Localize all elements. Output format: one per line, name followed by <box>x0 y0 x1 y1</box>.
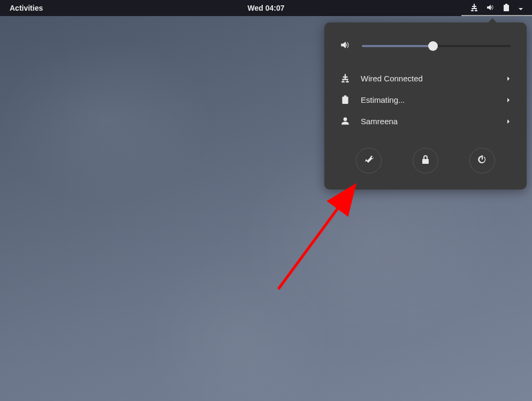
wired-network-icon <box>340 73 350 83</box>
volume-section <box>324 33 527 67</box>
wired-network-icon <box>470 3 478 12</box>
user-menu-item[interactable]: Samreena <box>324 110 527 132</box>
battery-icon <box>340 95 350 104</box>
battery-menu-item[interactable]: Estimating... <box>324 89 527 110</box>
menu-bottom-actions <box>324 132 527 179</box>
chevron-right-icon <box>506 117 511 126</box>
battery-icon <box>502 3 511 12</box>
volume-slider-fill <box>362 45 433 47</box>
volume-icon <box>486 3 495 12</box>
power-icon <box>477 154 488 167</box>
chevron-right-icon <box>506 74 511 83</box>
clock-label: Wed 04:07 <box>248 4 285 12</box>
user-label: Samreena <box>361 117 496 126</box>
power-button[interactable] <box>469 148 495 173</box>
lock-button[interactable] <box>413 148 438 173</box>
settings-button[interactable] <box>356 148 382 173</box>
settings-icon <box>363 154 374 167</box>
caret-down-icon <box>518 5 523 10</box>
activities-label: Activities <box>10 4 43 12</box>
lock-icon <box>420 154 431 167</box>
system-menu: Wired Connected Estimating... Samreena <box>324 22 527 190</box>
volume-slider-thumb[interactable] <box>428 41 438 51</box>
battery-label: Estimating... <box>361 95 496 104</box>
network-menu-item[interactable]: Wired Connected <box>324 67 527 89</box>
volume-slider[interactable] <box>362 45 511 47</box>
network-label: Wired Connected <box>361 74 496 83</box>
user-icon <box>340 116 350 126</box>
top-panel: Activities Wed 04:07 <box>0 0 532 16</box>
panel-clock[interactable]: Wed 04:07 <box>248 4 285 12</box>
system-tray[interactable] <box>461 0 532 16</box>
activities-button[interactable]: Activities <box>0 0 52 16</box>
volume-icon <box>340 40 351 52</box>
chevron-right-icon <box>506 95 511 104</box>
